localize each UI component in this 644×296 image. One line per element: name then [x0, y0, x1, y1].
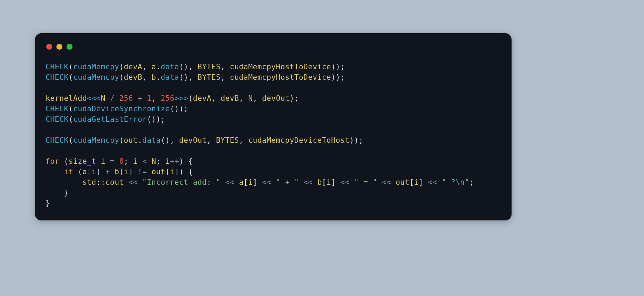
code-token: (	[69, 63, 73, 71]
code-token: devOut	[179, 136, 207, 145]
code-token: .	[156, 73, 161, 82]
code-token	[377, 178, 382, 186]
code-token	[46, 178, 82, 186]
code-token: ]	[96, 168, 105, 176]
code-token: a	[151, 63, 156, 71]
code-token: >>>	[174, 94, 188, 103]
code-line: CHECK(cudaDeviceSynchronize());	[46, 105, 188, 113]
zoom-icon[interactable]	[67, 44, 73, 50]
code-token: (	[73, 168, 82, 176]
code-token: i	[133, 157, 138, 165]
code-token: i	[170, 168, 174, 176]
code-token: ;	[124, 157, 133, 165]
close-icon[interactable]	[46, 44, 52, 50]
code-token: ());	[147, 115, 165, 124]
code-token	[46, 168, 64, 176]
code-token: ());	[170, 105, 189, 113]
code-token: cudaMemcpy	[73, 63, 119, 71]
code-token: b	[317, 178, 322, 186]
code-token: !=	[138, 168, 147, 176]
code-token: (	[69, 73, 73, 82]
code-token: (),	[161, 136, 179, 145]
code-token: " ?	[442, 178, 455, 186]
code-line: if (a[i] + b[i] != out[i]) {	[46, 168, 193, 176]
code-token	[133, 94, 138, 103]
code-token: N	[101, 94, 105, 103]
code-token: (	[119, 63, 124, 71]
code-line: std::cout << "Incorrect add: " << a[i] <…	[46, 178, 474, 186]
code-token: [	[244, 178, 248, 186]
code-token: <<	[340, 178, 349, 186]
code-token: "	[465, 178, 469, 186]
code-token: CHECK	[46, 115, 69, 124]
code-token: ]	[253, 178, 262, 186]
code-token: ,	[239, 136, 248, 145]
code-token	[115, 157, 119, 165]
code-token: cudaMemcpyHostToDevice	[230, 63, 331, 71]
code-token	[124, 178, 128, 186]
code-token: ) {	[179, 157, 193, 165]
code-token	[147, 168, 151, 176]
code-token: data	[142, 136, 161, 145]
code-token: BYTES	[198, 73, 221, 82]
code-token: b	[151, 73, 156, 82]
code-token	[147, 157, 151, 165]
code-token: cudaGetLastError	[73, 115, 147, 124]
code-token: [	[322, 178, 327, 186]
code-line: for (size_t i = 0; i < N; i++) {	[46, 157, 193, 165]
code-token: out	[396, 178, 409, 186]
code-token	[96, 157, 101, 165]
code-token: CHECK	[46, 73, 69, 82]
code-token: a	[82, 168, 87, 176]
code-line: }	[46, 189, 69, 197]
code-token	[105, 157, 110, 165]
code-token: devA	[193, 94, 212, 103]
code-token: .	[156, 63, 161, 71]
code-token	[110, 168, 115, 176]
code-token: BYTES	[216, 136, 239, 145]
code-token: );	[290, 94, 299, 103]
code-token: cudaMemcpyDeviceToHost	[248, 136, 349, 145]
code-token: [	[165, 168, 170, 176]
code-token	[271, 178, 276, 186]
code-token: (	[69, 105, 73, 113]
code-token: cudaMemcpyHostToDevice	[230, 73, 331, 82]
code-token	[142, 94, 147, 103]
code-token: devOut	[262, 94, 290, 103]
code-token: N	[248, 94, 253, 103]
code-token: 256	[119, 94, 133, 103]
minimize-icon[interactable]	[56, 44, 62, 50]
code-token: ));	[331, 63, 345, 71]
code-token: i	[327, 178, 331, 186]
code-token: ,	[221, 73, 230, 82]
code-token	[299, 178, 303, 186]
code-token: i	[101, 157, 105, 165]
code-token: " = "	[354, 178, 377, 186]
code-token: 0	[119, 157, 124, 165]
code-token	[138, 178, 142, 186]
code-token: if	[64, 168, 73, 176]
code-token	[313, 178, 317, 186]
code-token: ,	[207, 136, 216, 145]
code-token: b	[115, 168, 119, 176]
code-token: <<	[225, 178, 234, 186]
code-token	[350, 178, 354, 186]
code-token: data	[161, 73, 179, 82]
code-token: <<	[382, 178, 391, 186]
code-token: (	[119, 136, 124, 145]
code-token	[234, 178, 239, 186]
code-token: std	[82, 178, 96, 186]
code-line: CHECK(cudaMemcpy(out.data(), devOut, BYT…	[46, 136, 363, 145]
code-token: " + "	[276, 178, 299, 186]
code-token: \n	[455, 178, 465, 186]
code-token: devB	[221, 94, 239, 103]
code-token: [	[87, 168, 91, 176]
code-token: }	[46, 199, 50, 207]
code-token: CHECK	[46, 63, 69, 71]
code-token: "Incorrect add: "	[142, 178, 220, 186]
code-line: CHECK(cudaMemcpy(devA, a.data(), BYTES, …	[46, 63, 345, 71]
code-token: BYTES	[198, 63, 221, 71]
code-token: <<	[129, 178, 138, 186]
code-token: devA	[124, 63, 142, 71]
code-token: CHECK	[46, 105, 69, 113]
